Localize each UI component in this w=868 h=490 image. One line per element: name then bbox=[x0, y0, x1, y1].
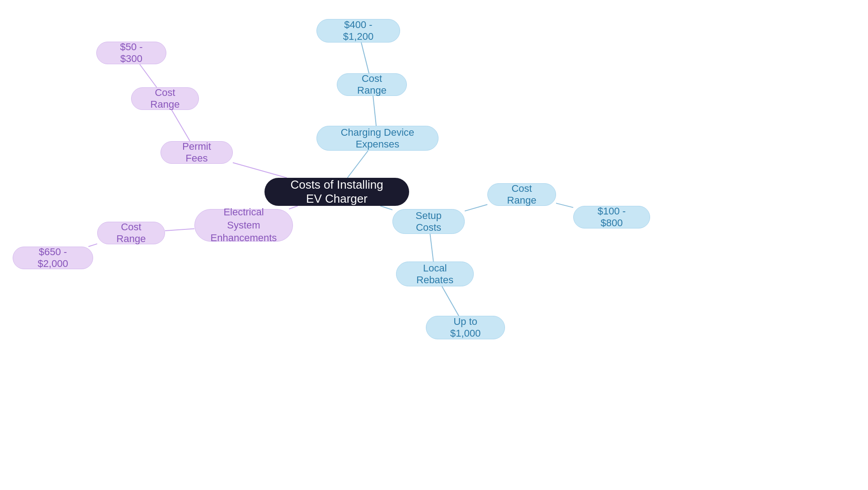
permit-fees-node: Permit Fees bbox=[160, 141, 233, 164]
connections-svg bbox=[0, 0, 868, 490]
cost-range-purple-node: Cost Range bbox=[97, 222, 165, 244]
svg-line-0 bbox=[348, 151, 368, 178]
electrical-system-enhancements-node: Electrical SystemEnhancements bbox=[194, 209, 293, 242]
price-50-300-node: $50 - $300 bbox=[96, 42, 166, 64]
cost-range-purple2-label: Cost Range bbox=[144, 87, 186, 110]
svg-line-1 bbox=[373, 96, 376, 126]
svg-line-2 bbox=[361, 43, 369, 73]
price-400-1200-node: $400 - $1,200 bbox=[316, 19, 400, 43]
charging-device-expenses-label: Charging Device Expenses bbox=[330, 127, 425, 150]
svg-line-7 bbox=[172, 110, 190, 141]
cost-range-blue2-node: Cost Range bbox=[487, 183, 556, 206]
electrical-system-enhancements-label: Electrical SystemEnhancements bbox=[208, 206, 280, 245]
price-100-800-node: $100 - $800 bbox=[573, 206, 650, 228]
cost-range-purple-label: Cost Range bbox=[110, 221, 152, 245]
center-label: Costs of Installing EV Charger bbox=[287, 178, 387, 206]
svg-line-3 bbox=[289, 206, 297, 209]
setup-costs-label: Setup Costs bbox=[406, 210, 452, 233]
svg-line-11 bbox=[556, 203, 573, 208]
charging-device-expenses-node: Charging Device Expenses bbox=[316, 126, 439, 151]
cost-range-purple2-node: Cost Range bbox=[131, 87, 199, 110]
svg-line-4 bbox=[165, 228, 194, 230]
permit-fees-label: Permit Fees bbox=[174, 141, 220, 164]
svg-line-10 bbox=[465, 205, 487, 211]
setup-costs-node: Setup Costs bbox=[392, 209, 465, 234]
local-rebates-node: Local Rebates bbox=[396, 262, 474, 286]
price-100-800-label: $100 - $800 bbox=[586, 205, 637, 229]
svg-line-9 bbox=[380, 206, 392, 210]
up-to-1000-label: Up to $1,000 bbox=[439, 316, 492, 339]
svg-line-8 bbox=[140, 64, 157, 87]
local-rebates-label: Local Rebates bbox=[409, 262, 461, 286]
svg-line-13 bbox=[442, 286, 459, 316]
svg-line-6 bbox=[233, 162, 287, 178]
cost-range-blue2-label: Cost Range bbox=[500, 183, 543, 206]
price-650-2000-label: $650 - $2,000 bbox=[26, 246, 80, 270]
svg-line-12 bbox=[430, 234, 433, 262]
mindmap-canvas: Costs of Installing EV Charger Charging … bbox=[0, 0, 868, 490]
price-400-1200-label: $400 - $1,200 bbox=[330, 19, 387, 43]
price-50-300-label: $50 - $300 bbox=[109, 41, 153, 65]
cost-range-blue1-node: Cost Range bbox=[337, 73, 407, 96]
svg-line-5 bbox=[89, 244, 97, 247]
up-to-1000-node: Up to $1,000 bbox=[426, 316, 505, 339]
price-650-2000-node: $650 - $2,000 bbox=[13, 247, 93, 269]
center-node: Costs of Installing EV Charger bbox=[264, 178, 409, 206]
cost-range-blue1-label: Cost Range bbox=[350, 73, 394, 96]
